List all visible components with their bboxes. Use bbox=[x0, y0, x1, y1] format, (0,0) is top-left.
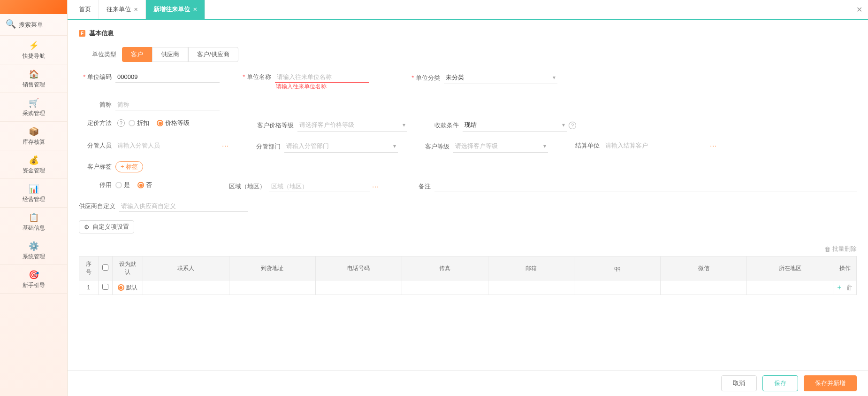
radio-yes-label: 是 bbox=[124, 181, 130, 189]
th-region: 所在地区 bbox=[747, 256, 833, 280]
field-alias: 简称 bbox=[79, 99, 220, 110]
sidebar-item-system[interactable]: ⚙️ 系统管理 bbox=[0, 236, 67, 265]
note-input[interactable] bbox=[434, 181, 857, 192]
td-row-checkbox bbox=[98, 280, 112, 295]
sidebar-item-operations[interactable]: 📊 经营管理 bbox=[0, 179, 67, 208]
radio-no[interactable]: 否 bbox=[137, 181, 152, 189]
custom-settings-button[interactable]: ⚙ 自定义项设置 bbox=[79, 220, 134, 233]
cancel-button[interactable]: 取消 bbox=[721, 375, 757, 391]
type-btn-both[interactable]: 客户/供应商 bbox=[188, 47, 238, 62]
guide-icon: 🎯 bbox=[29, 270, 39, 280]
email-input[interactable] bbox=[492, 284, 571, 291]
type-btn-supplier[interactable]: 供应商 bbox=[152, 47, 188, 62]
settlement-dots-btn[interactable]: ··· bbox=[710, 142, 717, 149]
sidebar-item-sales[interactable]: 🏠 销售管理 bbox=[0, 64, 67, 93]
customer-price-chevron-icon[interactable]: ▾ bbox=[403, 122, 405, 128]
settlement-input[interactable] bbox=[603, 140, 708, 151]
pricing-label: 定价方法 bbox=[79, 119, 112, 127]
dept-chevron-icon[interactable]: ▾ bbox=[393, 143, 396, 149]
pricing-radio-group: 折扣 价格等级 bbox=[129, 119, 190, 127]
type-btn-customer[interactable]: 客户 bbox=[122, 47, 152, 62]
window-close-icon[interactable]: ✕ bbox=[856, 5, 862, 14]
radio-yes[interactable]: 是 bbox=[115, 181, 130, 189]
fax-input[interactable] bbox=[406, 284, 484, 291]
add-tag-button[interactable]: + 标签 bbox=[115, 161, 143, 172]
disabled-label: 停用 bbox=[79, 181, 112, 189]
sidebar-item-label: 采购管理 bbox=[23, 109, 45, 117]
default-radio[interactable] bbox=[118, 284, 124, 291]
select-all-checkbox[interactable] bbox=[102, 264, 108, 271]
unit-code-input[interactable] bbox=[115, 71, 220, 83]
radio-grade[interactable]: 价格等级 bbox=[157, 119, 190, 127]
tab-partners-label: 往来单位 bbox=[107, 5, 131, 14]
sidebar-item-label: 基础信息 bbox=[23, 224, 45, 232]
radio-discount[interactable]: 折扣 bbox=[129, 119, 149, 127]
supplier-custom-input[interactable] bbox=[119, 201, 248, 212]
default-label: 默认 bbox=[126, 284, 137, 292]
save-new-button[interactable]: 保存并新增 bbox=[804, 375, 857, 391]
save-button[interactable]: 保存 bbox=[762, 375, 798, 391]
sidebar-item-basic[interactable]: 📋 基础信息 bbox=[0, 208, 67, 236]
sidebar: 🔍 搜索菜单 ⚡ 快捷导航 🏠 销售管理 🛒 采购管理 📦 库存核算 💰 资金管… bbox=[0, 0, 68, 396]
delete-row-icon[interactable]: 🗑 bbox=[846, 284, 853, 291]
region-dots-btn[interactable]: ··· bbox=[372, 183, 379, 190]
row-region-input[interactable] bbox=[751, 284, 829, 291]
customer-level-placeholder: 请选择客户等级 bbox=[455, 142, 543, 150]
th-qq: qq bbox=[574, 256, 661, 280]
payment-terms-value: 现结 bbox=[464, 121, 562, 129]
sidebar-item-inventory[interactable]: 📦 库存核算 bbox=[0, 122, 67, 150]
pricing-help-icon[interactable]: ? bbox=[117, 119, 125, 127]
gear-icon: ⚙ bbox=[84, 224, 90, 231]
row-checkbox[interactable] bbox=[102, 284, 108, 290]
tab-new-partner[interactable]: 新增往来单位 ✕ bbox=[146, 0, 205, 19]
form-row-pricing: 定价方法 ? 折扣 价格等级 客户价格等级 请选择客户价格等 bbox=[79, 119, 857, 132]
tab-home[interactable]: 首页 bbox=[71, 0, 99, 19]
qq-input[interactable] bbox=[578, 284, 656, 291]
close-partners-icon[interactable]: ✕ bbox=[134, 7, 138, 13]
batch-delete-button[interactable]: 🗑 批量删除 bbox=[824, 245, 857, 253]
field-settlement: 结算单位 ··· bbox=[567, 140, 717, 151]
payment-help-icon[interactable]: ? bbox=[569, 122, 576, 129]
main-area: 首页 往来单位 ✕ 新增往来单位 ✕ ✕ F 基本信息 单位类型 客户 供应商 … bbox=[68, 0, 868, 396]
sidebar-item-label: 新手引导 bbox=[23, 281, 45, 289]
field-unit-category: 单位分类 未分类 ▾ bbox=[407, 71, 557, 84]
form-content: F 基本信息 单位类型 客户 供应商 客户/供应商 单位编码 单位名称 请输入往… bbox=[68, 20, 868, 396]
form-row-tags: 客户标签 + 标签 bbox=[79, 161, 857, 172]
add-row-icon[interactable]: + bbox=[837, 283, 841, 291]
radio-grade-circle bbox=[157, 120, 163, 126]
sidebar-item-finance[interactable]: 💰 资金管理 bbox=[0, 150, 67, 179]
address-input[interactable] bbox=[233, 284, 312, 291]
customer-level-chevron-icon[interactable]: ▾ bbox=[543, 143, 546, 149]
form-row-supplier-custom: 供应商自定义 bbox=[79, 201, 857, 212]
customer-price-placeholder: 请选择客户价格等级 bbox=[299, 121, 403, 129]
sidebar-item-guide[interactable]: 🎯 新手引导 bbox=[0, 265, 67, 294]
close-new-partner-icon[interactable]: ✕ bbox=[193, 7, 197, 13]
field-pricing: 定价方法 ? 折扣 价格等级 bbox=[79, 119, 248, 127]
td-email bbox=[488, 280, 574, 295]
sidebar-item-purchase[interactable]: 🛒 采购管理 bbox=[0, 93, 67, 122]
unit-category-chevron-icon[interactable]: ▾ bbox=[553, 74, 556, 81]
payment-terms-chevron-icon[interactable]: ▾ bbox=[562, 122, 565, 128]
contact-input[interactable] bbox=[147, 284, 225, 291]
note-label: 备注 bbox=[398, 182, 431, 191]
field-dept: 分管部门 请输入分管部门 ▾ bbox=[248, 140, 398, 153]
sidebar-item-label: 快捷导航 bbox=[23, 52, 45, 60]
field-customer-price: 客户价格等级 请选择客户价格等级 ▾ bbox=[257, 119, 407, 132]
supplier-custom-label: 供应商自定义 bbox=[79, 202, 115, 210]
alias-input[interactable] bbox=[115, 99, 220, 110]
unit-name-error: 请输入往来单位名称 bbox=[276, 83, 327, 90]
sales-icon: 🏠 bbox=[29, 69, 39, 79]
manager-dots-btn[interactable]: ··· bbox=[222, 142, 229, 149]
tab-home-label: 首页 bbox=[79, 5, 91, 14]
unit-name-input[interactable] bbox=[275, 71, 369, 83]
tab-partners[interactable]: 往来单位 ✕ bbox=[99, 0, 146, 19]
basic-icon: 📋 bbox=[29, 212, 39, 223]
manager-input[interactable] bbox=[115, 140, 220, 151]
radio-discount-circle bbox=[129, 120, 135, 126]
region-input[interactable] bbox=[269, 181, 370, 192]
sidebar-item-search[interactable]: 🔍 搜索菜单 bbox=[0, 14, 67, 36]
sidebar-item-quicknav[interactable]: ⚡ 快捷导航 bbox=[0, 36, 67, 64]
phone-input[interactable] bbox=[320, 284, 398, 291]
wechat-input[interactable] bbox=[664, 284, 743, 291]
sidebar-item-label: 经营管理 bbox=[23, 195, 45, 203]
